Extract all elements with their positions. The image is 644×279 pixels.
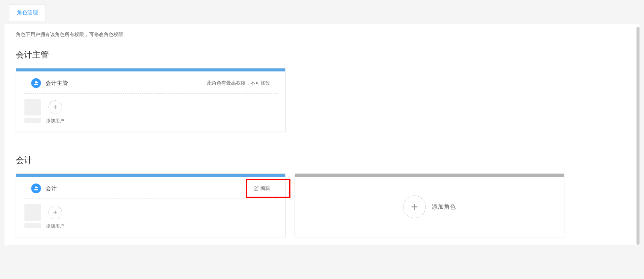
edit-icon: [254, 186, 259, 191]
card-top-bar: [295, 174, 564, 177]
add-role-body[interactable]: + 添加角色: [295, 177, 564, 237]
card-top-bar: [16, 174, 285, 177]
role-person-icon: [31, 183, 41, 193]
add-user-label: 添加用户: [46, 223, 64, 229]
tabs-bar: 角色管理: [5, 5, 639, 21]
tab-role-management[interactable]: 角色管理: [9, 5, 46, 21]
card-body: + 添加用户: [16, 199, 285, 237]
add-user-button[interactable]: + 添加用户: [46, 99, 64, 124]
scrollbar[interactable]: [636, 27, 639, 245]
content-area: 角色下用户拥有该角色所有权限，可修改角色权限 会计主管 会计主管 此角色有最高权…: [5, 24, 639, 245]
card-header: 会计主管 此角色有最高权限，不可修改: [24, 73, 278, 94]
add-role-label: 添加角色: [432, 203, 456, 211]
edit-role-button[interactable]: 编辑: [254, 185, 270, 192]
edit-label: 编辑: [260, 185, 270, 192]
page-description: 角色下用户拥有该角色所有权限，可修改角色权限: [16, 31, 628, 38]
plus-icon: +: [48, 100, 62, 114]
role-note: 此角色有最高权限，不可修改: [207, 80, 270, 86]
avatar-placeholder: [24, 204, 41, 221]
add-role-card[interactable]: + 添加角色: [295, 173, 564, 237]
add-user-button[interactable]: + 添加用户: [46, 204, 64, 229]
role-name: 会计: [45, 185, 254, 192]
role-card-accountant: 会计 编辑 + 添加用户: [16, 173, 286, 237]
user-tile[interactable]: [24, 204, 42, 228]
username-placeholder: [24, 223, 41, 228]
username-placeholder: [24, 118, 41, 123]
user-tile[interactable]: [24, 99, 42, 123]
avatar-placeholder: [24, 99, 41, 115]
role-person-icon: [31, 78, 41, 88]
card-body: + 添加用户: [16, 94, 285, 132]
cards-row-accountant: 会计 编辑 + 添加用户: [16, 173, 628, 237]
plus-icon: +: [403, 196, 426, 218]
role-card-supervisor: 会计主管 此角色有最高权限，不可修改 + 添加用户: [16, 68, 286, 132]
section-title-supervisor: 会计主管: [16, 49, 628, 61]
role-name: 会计主管: [45, 80, 207, 87]
card-top-bar: [16, 68, 285, 71]
section-title-accountant: 会计: [16, 155, 628, 166]
add-user-label: 添加用户: [46, 118, 64, 124]
card-header: 会计 编辑: [24, 178, 278, 199]
plus-icon: +: [48, 206, 62, 219]
cards-row-supervisor: 会计主管 此角色有最高权限，不可修改 + 添加用户: [16, 68, 628, 132]
